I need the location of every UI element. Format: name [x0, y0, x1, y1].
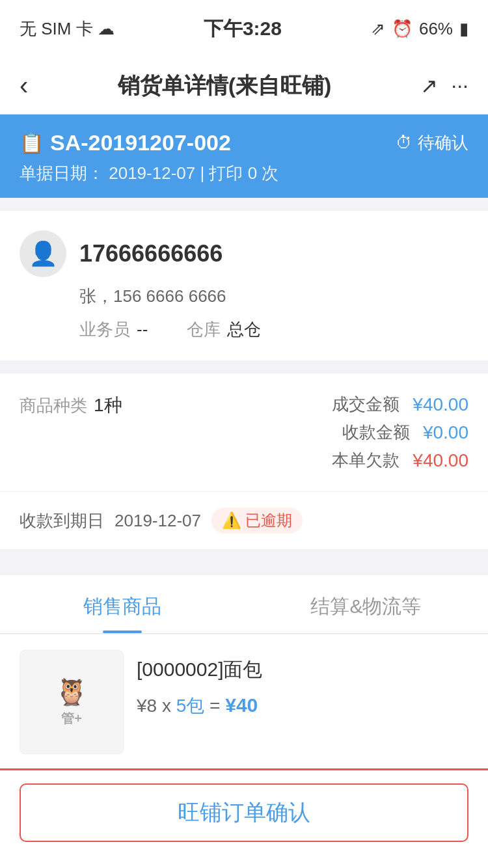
salesperson-value: --: [137, 319, 148, 340]
product-name: [0000002]面包: [137, 657, 468, 683]
tab-settlement[interactable]: 结算&物流等: [244, 575, 488, 633]
financial-summary: 成交金额 ¥40.00 收款金额 ¥0.00 本单欠款 ¥40.00: [332, 393, 468, 472]
product-section: 🦉 管+ [0000002]面包 ¥8 x 5包 = ¥40: [0, 634, 488, 770]
order-header-top: 📋 SA-20191207-002 ⏱ 待确认: [20, 130, 468, 156]
order-icon: 📋: [20, 131, 44, 154]
customer-name: 张，156 6666 6666: [79, 285, 468, 308]
order-date-row: 单据日期： 2019-12-07 | 打印 0 次: [20, 162, 468, 185]
status-time: 下午3:28: [204, 16, 282, 42]
summary-section: 商品种类 1种 成交金额 ¥40.00 收款金额 ¥0.00 本单欠款 ¥40.…: [0, 373, 488, 491]
owed-label: 本单欠款: [332, 449, 400, 472]
alarm-icon: ⏰: [392, 19, 413, 39]
category-label: 商品种类: [20, 394, 87, 417]
price-separator-x: x: [162, 696, 176, 716]
owed-value: ¥40.00: [413, 450, 468, 471]
no-sim-text: 无 SIM 卡 ☁: [20, 18, 115, 40]
deal-label: 成交金额: [332, 393, 400, 416]
order-status: ⏱ 待确认: [396, 131, 468, 154]
order-id: 📋 SA-20191207-002: [20, 130, 231, 156]
confirm-label: 旺铺订单确认: [178, 798, 310, 828]
tab-underline: [103, 631, 142, 633]
status-text: 待确认: [418, 131, 468, 154]
received-amount-row: 收款金额 ¥0.00: [342, 421, 468, 444]
status-left: 无 SIM 卡 ☁: [20, 18, 115, 40]
battery-icon: ▮: [459, 19, 468, 39]
tab-sales[interactable]: 销售商品: [0, 575, 244, 633]
salesperson-item: 业务员 --: [79, 318, 148, 341]
owl-icon: 🦉: [55, 677, 88, 707]
due-date-section: 收款到期日 2019-12-07 ⚠️ 已逾期: [0, 492, 488, 549]
price-unit: ¥8: [137, 696, 157, 716]
nav-actions: ↗ ···: [390, 74, 468, 98]
customer-section: 👤 17666666666 张，156 6666 6666 业务员 -- 仓库 …: [0, 211, 488, 360]
status-bar: 无 SIM 卡 ☁ 下午3:28 ⇗ ⏰ 66% ▮: [0, 0, 488, 57]
avatar-icon: 👤: [29, 240, 58, 267]
due-date: 2019-12-07: [115, 511, 201, 531]
page-title: 销货单详情(来自旺铺): [59, 71, 390, 101]
received-label: 收款金额: [342, 421, 410, 444]
price-separator-eq: =: [210, 696, 225, 716]
product-thumbnail: 🦉 管+: [20, 650, 124, 754]
thumb-inner: 🦉 管+: [55, 677, 88, 727]
navigation-icon: ⇗: [371, 19, 385, 39]
customer-top: 👤 17666666666: [20, 230, 468, 277]
divider-2: [0, 549, 488, 562]
overdue-text: 已逾期: [245, 510, 292, 531]
customer-meta: 业务员 -- 仓库 总仓: [79, 318, 468, 341]
avatar: 👤: [20, 230, 66, 277]
price-qty: 5包: [176, 696, 205, 716]
tab-sales-label: 销售商品: [83, 595, 161, 617]
received-value: ¥0.00: [423, 422, 468, 443]
warehouse-item: 仓库 总仓: [187, 318, 261, 341]
tabs: 销售商品 结算&物流等: [0, 575, 488, 634]
nav-bar: ‹ 销货单详情(来自旺铺) ↗ ···: [0, 57, 488, 115]
status-right: ⇗ ⏰ 66% ▮: [371, 19, 468, 39]
overdue-badge: ⚠️ 已逾期: [211, 508, 303, 534]
battery-text: 66%: [419, 19, 453, 39]
category-info: 商品种类 1种: [20, 393, 122, 418]
due-label: 收款到期日: [20, 509, 104, 532]
warehouse-value: 总仓: [227, 318, 261, 341]
confirm-order-button[interactable]: 旺铺订单确认: [20, 783, 468, 842]
more-button[interactable]: ···: [451, 74, 468, 98]
category-value: 1种: [94, 393, 122, 418]
back-button[interactable]: ‹: [20, 71, 59, 100]
plus-text: 管+: [61, 710, 82, 727]
order-id-text: SA-20191207-002: [50, 130, 231, 156]
deal-value: ¥40.00: [413, 394, 468, 415]
customer-phone: 17666666666: [79, 240, 223, 267]
warning-icon: ⚠️: [222, 511, 241, 530]
price-total: ¥40: [225, 694, 258, 716]
salesperson-label: 业务员: [79, 318, 130, 341]
clock-icon: ⏱: [396, 133, 413, 153]
bottom-bar: 旺铺订单确认: [0, 768, 488, 868]
warehouse-label: 仓库: [187, 318, 221, 341]
product-info: [0000002]面包 ¥8 x 5包 = ¥40: [137, 650, 468, 718]
owed-amount-row: 本单欠款 ¥40.00: [332, 449, 468, 472]
tab-settlement-label: 结算&物流等: [310, 595, 421, 617]
order-date-value: 2019-12-07: [109, 163, 195, 183]
divider-1: [0, 360, 488, 373]
print-info: | 打印 0 次: [200, 163, 278, 183]
date-label: 单据日期：: [20, 163, 104, 183]
deal-amount-row: 成交金额 ¥40.00: [332, 393, 468, 416]
share-button[interactable]: ↗: [420, 74, 438, 98]
order-header: 📋 SA-20191207-002 ⏱ 待确认 单据日期： 2019-12-07…: [0, 115, 488, 198]
product-price-row: ¥8 x 5包 = ¥40: [137, 694, 468, 718]
product-item: 🦉 管+ [0000002]面包 ¥8 x 5包 = ¥40: [20, 650, 468, 754]
